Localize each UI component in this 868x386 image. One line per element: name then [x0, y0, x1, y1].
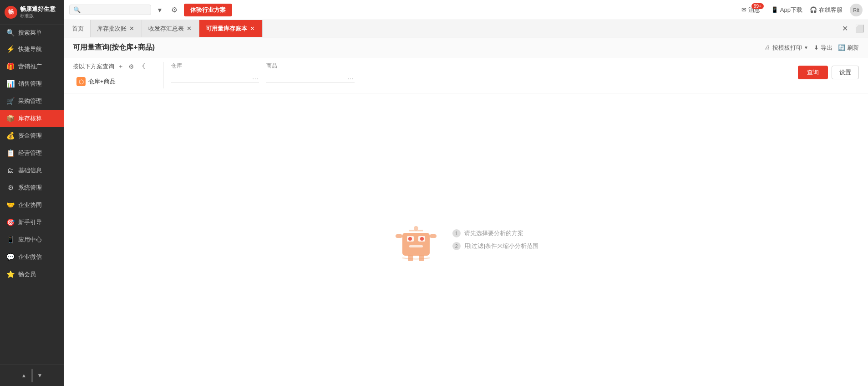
refresh-icon: 🔄 — [838, 44, 845, 51]
sidebar-header: 畅 畅康通好生意 标准版 — [0, 0, 64, 25]
sidebar-item-basic-info[interactable]: 🗂 基础信息 — [0, 162, 64, 179]
customer-service-label: 在线客服 — [819, 6, 843, 14]
topbar-gear-btn[interactable]: ⚙ — [168, 5, 180, 15]
empty-tips: 1 请先选择要分析的方案 2 用[过滤]条件来缩小分析范围 — [452, 229, 538, 250]
scheme-item-warehouse-goods[interactable]: ⬡ 仓库+商品 — [73, 75, 156, 88]
tab-batch-account-close[interactable]: ✕ — [128, 26, 135, 31]
page-content: 可用量查询(按仓库+商品) 🖨 按模板打印 ▼ ⬇ 导出 🔄 刷新 — [64, 37, 868, 386]
app-download-btn[interactable]: 📱 App下载 — [771, 6, 802, 14]
filter-scheme-label: 按以下方案查询 — [73, 62, 114, 71]
robot-svg — [393, 217, 439, 262]
sidebar-item-search[interactable]: 🔍 搜索菜单 — [0, 25, 64, 41]
svg-rect-6 — [396, 234, 402, 238]
tab-available-ledger-close[interactable]: ✕ — [249, 26, 256, 31]
scroll-track — [31, 369, 33, 382]
user-avatar: Rit — [850, 4, 863, 16]
sidebar-item-label: 资金管理 — [18, 132, 42, 140]
window-close-btn[interactable]: ✕ — [838, 20, 852, 37]
sidebar-item-purchase[interactable]: 🛒 采购管理 — [0, 93, 64, 110]
message-icon: ✉ — [741, 6, 746, 13]
window-maximize-btn[interactable]: ⬜ — [852, 20, 868, 37]
sidebar-item-guide[interactable]: 🎯 新手引导 — [0, 214, 64, 231]
svg-rect-5 — [409, 245, 423, 247]
tab-home[interactable]: 首页 — [66, 20, 91, 37]
scheme-item-label: 仓库+商品 — [88, 77, 116, 86]
sidebar-item-quick-nav[interactable]: ⚡ 快捷导航 — [0, 41, 64, 58]
settings-button[interactable]: 设置 — [832, 66, 859, 79]
tab-receipt-summary[interactable]: 收发存汇总表 ✕ — [142, 20, 199, 37]
sidebar-footer: ▲ ▼ — [0, 365, 64, 386]
print-template-btn[interactable]: 🖨 按模板打印 ▼ — [765, 44, 808, 52]
sidebar-title-block: 畅康通好生意 标准版 — [20, 5, 56, 19]
headset-icon: 🎧 — [810, 6, 817, 13]
topbar-search-box[interactable]: 🔍 — [69, 5, 151, 15]
gift-icon: 🎁 — [6, 62, 15, 71]
sidebar-item-label: 库存核算 — [18, 114, 42, 123]
industry-solution-button[interactable]: 体验行业方案 — [184, 4, 232, 16]
user-name: Rit — [853, 7, 859, 13]
sidebar-item-finance[interactable]: 💰 资金管理 — [0, 127, 64, 144]
customer-service-btn[interactable]: 🎧 在线客服 — [810, 6, 843, 14]
message-btn[interactable]: ✉ 消息 99+ — [741, 6, 760, 14]
filter-field-goods: 商品 ... — [266, 62, 354, 82]
sidebar-item-system[interactable]: ⚙ 系统管理 — [0, 179, 64, 196]
tab-available-ledger[interactable]: 可用量库存账本 ✕ — [199, 20, 263, 37]
empty-tip-2: 2 用[过滤]条件来缩小分析范围 — [452, 242, 538, 250]
tab-home-label: 首页 — [72, 25, 84, 33]
user-menu[interactable]: Rit — [850, 4, 863, 16]
goods-input[interactable] — [266, 72, 346, 81]
add-scheme-btn[interactable]: ＋ — [116, 62, 125, 71]
sidebar-item-label: 畅会员 — [18, 270, 36, 278]
sidebar-item-member[interactable]: ⭐ 畅会员 — [0, 266, 64, 283]
goods-label: 商品 — [266, 62, 354, 70]
sidebar: 畅 畅康通好生意 标准版 🔍 搜索菜单 ⚡ 快捷导航 🎁 营销推广 📊 销售管理… — [0, 0, 64, 386]
sidebar-item-label: 经营管理 — [18, 149, 42, 157]
sidebar-item-app-center[interactable]: 📱 应用中心 — [0, 231, 64, 248]
sidebar-item-label: 快捷导航 — [18, 45, 42, 53]
svg-point-4 — [420, 237, 424, 241]
tab-batch-account-label: 库存批次账 — [97, 25, 127, 33]
sidebar-item-label: 企业协同 — [18, 201, 42, 209]
sidebar-item-marketing[interactable]: 🎁 营销推广 — [0, 58, 64, 75]
export-btn[interactable]: ⬇ 导出 — [814, 44, 832, 52]
goods-dots[interactable]: ... — [346, 73, 354, 81]
scroll-down-btn[interactable]: ▼ — [35, 371, 46, 380]
sidebar-item-label: 销售管理 — [18, 80, 42, 88]
printer-icon: 🖨 — [765, 44, 771, 51]
sidebar-item-sales[interactable]: 📊 销售管理 — [0, 75, 64, 93]
sidebar-item-wechat[interactable]: 💬 企业微信 — [0, 248, 64, 266]
sidebar-item-operation[interactable]: 📋 经营管理 — [0, 144, 64, 162]
topbar-right: ✉ 消息 99+ 📱 App下载 🎧 在线客服 Rit — [741, 4, 863, 16]
tip-text-1: 请先选择要分析的方案 — [464, 229, 523, 237]
warehouse-input[interactable] — [171, 72, 251, 81]
tip-text-2: 用[过滤]条件来缩小分析范围 — [464, 242, 538, 250]
tab-receipt-summary-close[interactable]: ✕ — [186, 26, 193, 31]
tip-number-2: 2 — [452, 242, 461, 250]
print-dropdown-icon: ▼ — [804, 45, 808, 50]
tabbar-right: ✕ ⬜ — [838, 20, 868, 37]
scroll-up-btn[interactable]: ▲ — [19, 371, 30, 380]
topbar-dropdown-btn[interactable]: ▼ — [155, 5, 165, 15]
mobile-icon: 📱 — [6, 236, 15, 244]
sidebar-item-inventory[interactable]: 📦 库存核算 — [0, 110, 64, 127]
gear-icon: ⚙ — [6, 184, 15, 192]
main-area: 🔍 ▼ ⚙ 体验行业方案 ✉ 消息 99+ 📱 App下载 🎧 在线客服 Rit — [64, 0, 868, 386]
tab-batch-account[interactable]: 库存批次账 ✕ — [91, 20, 142, 37]
empty-robot-illustration — [393, 217, 439, 262]
sidebar-item-enterprise[interactable]: 🤝 企业协同 — [0, 196, 64, 214]
svg-rect-7 — [430, 234, 437, 238]
query-button[interactable]: 查询 — [798, 66, 828, 79]
edit-scheme-btn[interactable]: ⚙ — [127, 62, 136, 71]
filter-field-warehouse: 仓库 ... — [171, 62, 259, 82]
refresh-label: 刷新 — [847, 44, 859, 52]
export-label: 导出 — [821, 44, 832, 52]
refresh-btn[interactable]: 🔄 刷新 — [838, 44, 859, 52]
tip-number-1: 1 — [452, 229, 461, 237]
money-icon: 💰 — [6, 132, 15, 140]
print-label: 按模板打印 — [772, 44, 802, 52]
scheme-icon: ⬡ — [76, 77, 86, 86]
warehouse-label: 仓库 — [171, 62, 259, 70]
warehouse-dots[interactable]: ... — [251, 73, 259, 81]
sidebar-search-label: 搜索菜单 — [18, 29, 42, 37]
collapse-scheme-btn[interactable]: 《 — [137, 62, 147, 71]
